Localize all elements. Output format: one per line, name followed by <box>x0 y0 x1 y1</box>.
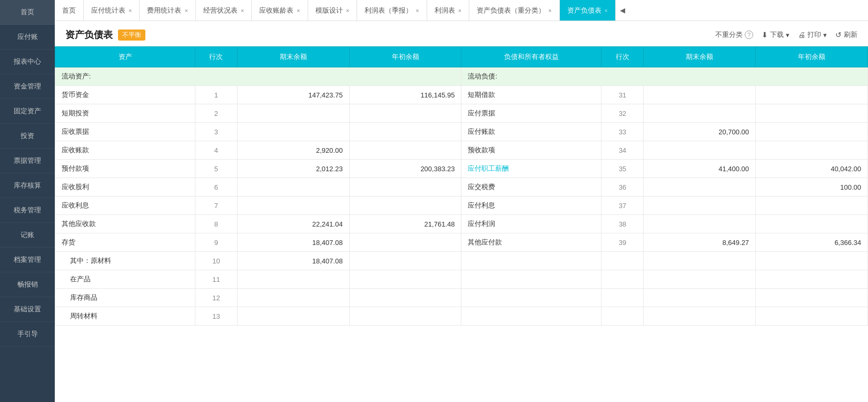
asset-label-5: 预付款项 <box>55 160 195 178</box>
liability-period-end-12 <box>644 289 756 307</box>
sidebar-item-bookkeeping[interactable]: 记账 <box>0 223 55 248</box>
tab-bar: 首页应付统计表×费用统计表×经营状况表×应收账龄表×模版设计×利润表（季报）×利… <box>55 0 868 21</box>
tab-close-balance-sheet[interactable]: × <box>605 7 608 14</box>
asset-period-end-9[interactable]: 18,407.08 <box>237 233 349 252</box>
print-icon: 🖨 <box>798 31 805 39</box>
tab-close-expense-stats[interactable]: × <box>184 7 188 14</box>
unbalanced-badge: 不平衡 <box>118 30 145 41</box>
sidebar-item-quick-sales[interactable]: 畅报销 <box>0 272 55 297</box>
liability-period-end-6 <box>644 178 756 197</box>
sidebar-item-archive-mgmt[interactable]: 档案管理 <box>0 248 55 272</box>
row-num-11: 11 <box>195 270 238 289</box>
sidebar-item-home[interactable]: 首页 <box>0 0 55 25</box>
table-row: 库存商品12 <box>55 289 868 307</box>
row-num-4: 4 <box>195 141 238 160</box>
tab-profit-quarterly[interactable]: 利润表（季报）× <box>357 0 427 21</box>
tab-label-balance-sheet: 资产负债表 <box>567 6 601 15</box>
row-num-3: 3 <box>195 123 238 141</box>
liability-year-start-2 <box>756 104 868 123</box>
tab-close-profit[interactable]: × <box>458 7 461 14</box>
tab-operation-status[interactable]: 经营状况表× <box>196 0 252 21</box>
tab-payable-stats[interactable]: 应付统计表× <box>84 0 140 21</box>
liability-period-end-8 <box>644 215 756 233</box>
tab-balance-reclassified[interactable]: 资产负债表（重分类）× <box>469 0 559 21</box>
tab-close-balance-reclassified[interactable]: × <box>548 7 551 14</box>
tab-close-profit-quarterly[interactable]: × <box>416 7 419 14</box>
header-row-num: 行次 <box>195 47 238 67</box>
tab-home[interactable]: 首页 <box>55 0 84 21</box>
content-area: 资产负债表 不平衡 不重分类 ? ⬇ 下载 ▾ 🖨 打印 ▾ <box>55 21 868 402</box>
sidebar-item-report-center[interactable]: 报表中心 <box>0 50 55 74</box>
sidebar-item-investment[interactable]: 投资 <box>0 124 55 149</box>
section-liability-label: 流动负债: <box>461 67 868 86</box>
asset-label-3: 应收票据 <box>55 123 195 141</box>
sidebar-item-guide[interactable]: 手引导 <box>0 322 55 347</box>
liability-label-7: 应付利息 <box>461 197 601 215</box>
section-asset-label: 流动资产: <box>55 67 461 86</box>
asset-period-end-8[interactable]: 22,241.04 <box>237 215 349 233</box>
asset-label-8: 其他应收款 <box>55 215 195 233</box>
print-action[interactable]: 🖨 打印 ▾ <box>798 30 827 40</box>
refresh-action[interactable]: ↺ 刷新 <box>835 30 857 40</box>
tab-label-profit-quarterly: 利润表（季报） <box>364 6 412 15</box>
tab-scroll-arrow[interactable]: ◀ <box>616 0 629 21</box>
tab-label-profit: 利润表 <box>435 6 455 15</box>
table-row: 应收票据3应付账款3320,700.00 <box>55 123 868 141</box>
download-action[interactable]: ⬇ 下载 ▾ <box>762 30 790 40</box>
header-year-start: 年初余额 <box>349 47 461 67</box>
tab-label-home: 首页 <box>62 6 76 15</box>
help-icon[interactable]: ? <box>745 31 753 39</box>
tab-template-design[interactable]: 模版设计× <box>308 0 357 21</box>
table-row: 应收利息7应付利息37 <box>55 197 868 215</box>
liability-year-start-1 <box>756 86 868 104</box>
liability-year-start-10 <box>756 252 868 270</box>
tab-close-template-design[interactable]: × <box>346 7 349 14</box>
sidebar-item-tax-mgmt[interactable]: 税务管理 <box>0 198 55 223</box>
no-reclassify-action[interactable]: 不重分类 ? <box>715 30 753 40</box>
sidebar-item-payable[interactable]: 应付账 <box>0 25 55 50</box>
tab-profit[interactable]: 利润表× <box>427 0 469 21</box>
liability-period-end-7 <box>644 197 756 215</box>
asset-period-end-10[interactable]: 18,407.08 <box>237 252 349 270</box>
liability-period-end-9: 8,649.27 <box>644 233 756 252</box>
asset-period-end-1[interactable]: 147,423.75 <box>237 86 349 104</box>
asset-period-end-7 <box>237 197 349 215</box>
main-area: 首页应付统计表×费用统计表×经营状况表×应收账龄表×模版设计×利润表（季报）×利… <box>55 0 868 402</box>
sidebar-item-ticket-mgmt[interactable]: 票据管理 <box>0 149 55 173</box>
row-num-8: 8 <box>195 215 238 233</box>
asset-label-12: 库存商品 <box>55 289 195 307</box>
header-row-num2: 行次 <box>601 47 644 67</box>
sidebar-item-fixed-assets[interactable]: 固定资产 <box>0 99 55 124</box>
liability-year-start-12 <box>756 289 868 307</box>
liability-label-2: 应付票据 <box>461 104 601 123</box>
liability-link-5[interactable]: 应付职工薪酬 <box>468 164 509 172</box>
row-num-12: 12 <box>195 289 238 307</box>
liability-label-5: 应付职工薪酬 <box>461 160 601 178</box>
tab-close-payable-stats[interactable]: × <box>129 7 132 14</box>
tab-expense-stats[interactable]: 费用统计表× <box>140 0 195 21</box>
asset-year-start-7 <box>349 197 461 215</box>
asset-year-start-1: 116,145.95 <box>349 86 461 104</box>
asset-period-end-2 <box>237 104 349 123</box>
tab-close-operation-status[interactable]: × <box>241 7 244 14</box>
asset-label-4: 应收账款 <box>55 141 195 160</box>
asset-label-10: 其中：原材料 <box>55 252 195 270</box>
sidebar-item-inventory[interactable]: 库存核算 <box>0 173 55 198</box>
liability-year-start-7 <box>756 197 868 215</box>
asset-period-end-4[interactable]: 2,920.00 <box>237 141 349 160</box>
row-num-6: 6 <box>195 178 238 197</box>
tab-balance-sheet[interactable]: 资产负债表× <box>560 0 616 21</box>
liability-period-end-5: 41,400.00 <box>644 160 756 178</box>
table-row: 周转材料13 <box>55 307 868 326</box>
no-reclassify-label: 不重分类 <box>715 30 743 40</box>
row-num-13: 13 <box>195 307 238 326</box>
sidebar-item-base-settings[interactable]: 基础设置 <box>0 297 55 322</box>
tab-receivable-aging[interactable]: 应收账龄表× <box>252 0 308 21</box>
sidebar-item-fund-mgmt[interactable]: 资金管理 <box>0 74 55 99</box>
download-chevron-icon: ▾ <box>786 31 790 39</box>
liability-label-9: 其他应付款 <box>461 233 601 252</box>
header-period-end2: 期末余额 <box>644 47 756 67</box>
tab-close-receivable-aging[interactable]: × <box>297 7 300 14</box>
asset-period-end-5[interactable]: 2,012.23 <box>237 160 349 178</box>
asset-period-end-6 <box>237 178 349 197</box>
